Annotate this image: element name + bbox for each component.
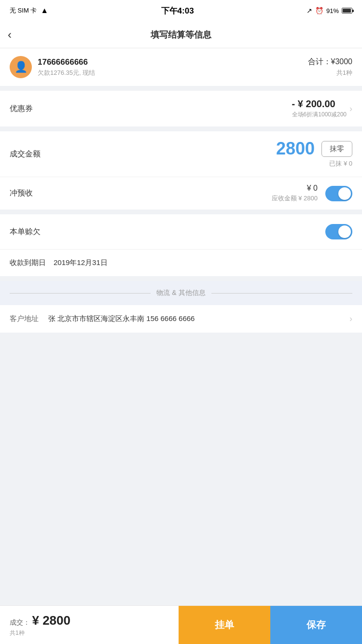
due-date-value: 2019年12月31日	[54, 258, 108, 267]
address-row[interactable]: 客户地址 张 北京市市辖区海淀区永丰南 156 6666 6666 ›	[0, 305, 362, 333]
address-card[interactable]: 客户地址 张 北京市市辖区海淀区永丰南 156 6666 6666 ›	[0, 305, 362, 333]
logistics-label: 物流 & 其他信息	[156, 289, 205, 297]
address-label: 客户地址	[10, 314, 39, 323]
coupon-card[interactable]: 优惠券 - ¥ 200.00 全场6折满1000减200 ›	[0, 91, 362, 126]
sim-label: 无 SIM 卡	[10, 6, 37, 15]
debt-section: 本单赊欠 收款到期日 2019年12月31日	[0, 214, 362, 276]
coupon-right: - ¥ 200.00 全场6折满1000减200 ›	[292, 98, 352, 119]
debt-toggle[interactable]	[325, 224, 352, 239]
prepay-toggle[interactable]	[325, 186, 352, 201]
alarm-icon: ⏰	[315, 7, 323, 14]
amount-row: 成交金额 2800 抹零 已抹 ¥ 0	[0, 131, 362, 177]
customer-phone: 17666666666	[38, 57, 95, 67]
customer-card: 👤 17666666666 欠款1276.35元, 现结 合计：¥3000 共1…	[0, 48, 362, 86]
main-content: 👤 17666666666 欠款1276.35元, 现结 合计：¥3000 共1…	[0, 48, 362, 434]
status-right: ↗ ⏰ 91%	[306, 7, 352, 14]
customer-info: 17666666666 欠款1276.35元, 现结	[38, 57, 95, 77]
coupon-row[interactable]: 优惠券 - ¥ 200.00 全场6折满1000减200 ›	[0, 91, 362, 126]
due-date-label: 收款到期日	[10, 258, 46, 267]
round-button[interactable]: 抹零	[321, 141, 352, 157]
coupon-desc: 全场6折满1000减200	[292, 111, 347, 119]
status-bar: 无 SIM 卡 ▲ 下午4:03 ↗ ⏰ 91%	[0, 0, 362, 21]
status-left: 无 SIM 卡 ▲	[10, 6, 48, 15]
wifi-icon: ▲	[41, 6, 48, 15]
hold-button[interactable]: 挂单	[179, 606, 270, 644]
prepay-right: ¥ 0 应收金额 ¥ 2800	[272, 184, 352, 203]
customer-total: 合计：¥3000	[308, 57, 353, 67]
deal-count: 共1种	[10, 629, 169, 637]
address-chevron-icon: ›	[349, 314, 352, 324]
deal-label: 成交：	[10, 618, 30, 626]
debt-label: 本单赊欠	[10, 227, 41, 237]
empty-space	[0, 337, 362, 434]
customer-left: 👤 17666666666 欠款1276.35元, 现结	[10, 56, 95, 78]
logistics-section-header: 物流 & 其他信息	[0, 281, 362, 305]
header-line-right	[211, 293, 352, 294]
page-title: 填写结算等信息	[151, 29, 211, 41]
coupon-chevron-icon: ›	[349, 104, 352, 114]
header-line-left	[10, 293, 151, 294]
debt-row: 本单赊欠	[0, 214, 362, 249]
customer-row: 👤 17666666666 欠款1276.35元, 现结 合计：¥3000 共1…	[0, 48, 362, 86]
address-value: 张 北京市市辖区海淀区永丰南 156 6666 6666	[48, 314, 345, 323]
prepay-row: 冲预收 ¥ 0 应收金额 ¥ 2800	[0, 177, 362, 210]
coupon-amount: - ¥ 200.00	[292, 98, 347, 110]
location-icon: ↗	[306, 7, 312, 14]
customer-sub: 欠款1276.35元, 现结	[38, 69, 95, 77]
amount-section: 成交金额 2800 抹零 已抹 ¥ 0 冲预收 ¥ 0 应收金额 ¥ 2800	[0, 131, 362, 210]
avatar: 👤	[10, 56, 32, 78]
prepay-amount: ¥ 0	[272, 184, 318, 193]
nav-bar: ‹ 填写结算等信息	[0, 21, 362, 48]
bottom-summary: 成交： ¥ 2800 共1种	[0, 613, 179, 637]
deal-amount: ¥ 2800	[32, 613, 70, 628]
prepay-label: 冲预收	[10, 188, 33, 198]
amount-sub: 已抹 ¥ 0	[276, 159, 352, 168]
battery-icon	[342, 8, 352, 14]
prepay-values: ¥ 0 应收金额 ¥ 2800	[272, 184, 318, 203]
customer-right: 合计：¥3000 共1种	[308, 57, 353, 77]
back-button[interactable]: ‹	[8, 28, 12, 42]
customer-count: 共1种	[308, 69, 353, 77]
save-button[interactable]: 保存	[270, 606, 362, 644]
battery-percent: 91%	[326, 7, 339, 14]
coupon-label: 优惠券	[10, 104, 33, 114]
amount-value: 2800	[276, 140, 315, 157]
avatar-icon: 👤	[14, 61, 28, 73]
due-date-row: 收款到期日 2019年12月31日	[0, 249, 362, 276]
amount-right: 2800 抹零	[276, 140, 352, 157]
amount-label: 成交金额	[10, 149, 41, 159]
bottom-bar: 成交： ¥ 2800 共1种 挂单 保存	[0, 605, 362, 644]
prepay-sub: 应收金额 ¥ 2800	[272, 194, 318, 203]
status-time: 下午4:03	[161, 5, 194, 16]
